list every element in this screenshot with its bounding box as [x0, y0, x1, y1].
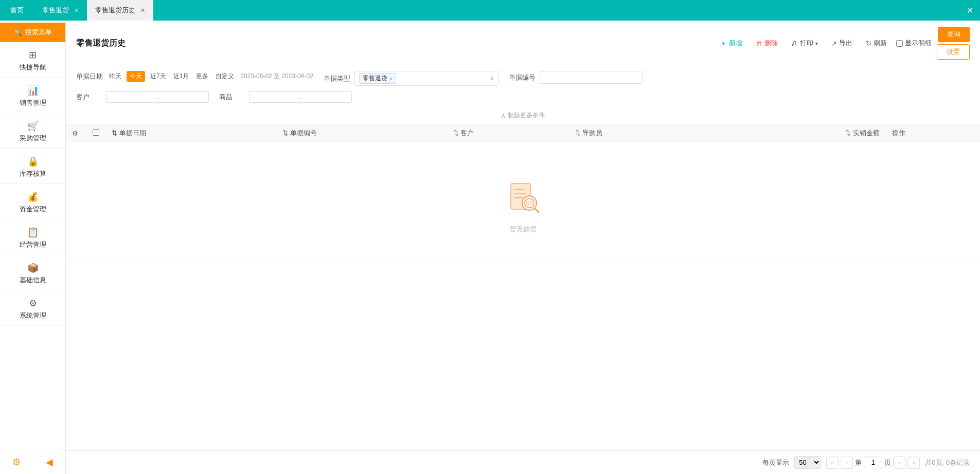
- page-total: 共0页, 0条记录: [925, 458, 970, 467]
- tab-retail-return[interactable]: 零售退货 ✕: [34, 0, 87, 21]
- th-guide-label: ⇅ 导购员: [575, 129, 603, 137]
- page-title-row: 零售退货历史 ＋ 新增 🗑 删除 🖨 打印 ▾: [76, 27, 970, 60]
- main-content: 零售退货历史 ＋ 新增 🗑 删除 🖨 打印 ▾: [66, 21, 980, 474]
- tab-home-label: 首页: [10, 6, 24, 15]
- page-number-input[interactable]: [864, 457, 882, 468]
- collapse-sidebar-icon[interactable]: ◀: [46, 457, 53, 468]
- th-settings[interactable]: ⚙: [66, 124, 86, 142]
- delete-icon: 🗑: [756, 40, 762, 47]
- toolbar: ＋ 新增 🗑 删除 🖨 打印 ▾ ↗ 导出: [716, 27, 970, 60]
- th-amount-label: ⇅ 实销金额: [845, 129, 880, 137]
- date-option-7days[interactable]: 近7天: [148, 71, 168, 82]
- th-action-label: 操作: [892, 129, 905, 137]
- tab-retail-return-history-label: 零售退货历史: [95, 6, 135, 15]
- doc-number-filter-group: 单据编号: [509, 71, 643, 84]
- sidebar-item-system-mgmt[interactable]: ⚙ 系统管理: [0, 290, 65, 326]
- goods-ellipsis: ...: [298, 93, 304, 101]
- date-option-1month[interactable]: 近1月: [171, 71, 191, 82]
- sidebar-item-quick-nav[interactable]: ⊞ 快捷导航: [0, 42, 65, 78]
- delete-button[interactable]: 🗑 删除: [752, 37, 782, 50]
- sidebar: 🔍 搜索菜单 ⊞ 快捷导航 📊 销售管理 🛒 采购管理 🔒 库存核算 💰 资金管…: [0, 21, 66, 474]
- doc-type-tag-close[interactable]: ×: [389, 76, 393, 82]
- th-action: 操作: [886, 124, 980, 142]
- date-option-today[interactable]: 今天: [127, 71, 145, 82]
- th-date: ⇅ 单据日期: [105, 124, 276, 142]
- show-detail-label: 显示明细: [905, 39, 932, 48]
- page-label: 第: [855, 458, 862, 467]
- print-label: 打印: [800, 39, 813, 48]
- sidebar-item-sales-mgmt-label: 销售管理: [20, 98, 46, 107]
- sidebar-item-system-mgmt-label: 系统管理: [20, 311, 46, 320]
- sidebar-item-basic-info[interactable]: 📦 基础信息: [0, 255, 65, 290]
- show-detail-checkbox[interactable]: 显示明细: [896, 39, 932, 48]
- date-option-custom[interactable]: 自定义: [213, 71, 236, 82]
- delete-label: 删除: [764, 39, 778, 48]
- empty-text: 暂无数据: [510, 225, 537, 234]
- doc-type-filter-group: 单据类型 零售退货 × ∨: [324, 71, 498, 86]
- tab-retail-return-label: 零售退货: [42, 6, 69, 15]
- prev-page-button[interactable]: ‹: [841, 457, 853, 469]
- collapse-row: ∧ 收起更多条件: [76, 108, 970, 124]
- print-button[interactable]: 🖨 打印 ▾: [787, 37, 822, 50]
- settings-button[interactable]: 设置: [937, 44, 970, 60]
- inventory-icon: 🔒: [27, 156, 39, 167]
- customer-filter-label: 客户: [76, 93, 102, 102]
- settings-bottom-icon[interactable]: ⚙: [12, 457, 21, 468]
- doc-type-label: 单据类型: [324, 74, 350, 83]
- sidebar-item-operation-label: 经营管理: [20, 240, 46, 249]
- sidebar-item-finance[interactable]: 💰 资金管理: [0, 184, 65, 220]
- th-checkbox[interactable]: [86, 124, 105, 142]
- new-button[interactable]: ＋ 新增: [716, 37, 746, 50]
- sidebar-item-inventory-label: 库存核算: [20, 169, 46, 178]
- collapse-button[interactable]: ∧ 收起更多条件: [501, 111, 545, 120]
- doc-number-input[interactable]: [540, 71, 643, 84]
- sidebar-search-button[interactable]: 🔍 搜索菜单: [0, 23, 65, 42]
- column-settings-icon[interactable]: ⚙: [72, 130, 78, 137]
- customer-filter-group: 客户 ...: [76, 91, 209, 103]
- page-size-select[interactable]: 10 20 50 100: [794, 456, 821, 469]
- last-page-button[interactable]: »: [907, 457, 920, 469]
- show-detail-input[interactable]: [896, 40, 903, 47]
- filter-area: 单据日期 昨天 今天 近7天 近1月 更多 自定义 2023-06-02 至 2…: [76, 66, 970, 124]
- table-header-row: ⚙ ⇅ 单据日期 ⇅ 单据编号 ⇅ 客户: [66, 124, 980, 142]
- window-close-button[interactable]: ✕: [959, 0, 980, 21]
- first-page-button[interactable]: «: [826, 457, 839, 469]
- doc-type-select[interactable]: 零售退货 × ∨: [354, 71, 498, 86]
- export-button[interactable]: ↗ 导出: [827, 37, 857, 50]
- customer-filter-input[interactable]: ...: [106, 91, 209, 103]
- export-label: 导出: [839, 39, 852, 48]
- sidebar-item-sales-mgmt[interactable]: 📊 销售管理: [0, 78, 65, 113]
- tab-retail-return-history[interactable]: 零售退货历史 ✕: [87, 0, 153, 21]
- system-mgmt-icon: ⚙: [29, 298, 37, 309]
- th-number-label: ⇅ 单据编号: [282, 129, 317, 137]
- collapse-label: 收起更多条件: [508, 111, 545, 120]
- tab-retail-return-history-close[interactable]: ✕: [140, 7, 145, 14]
- refresh-label: 刷新: [874, 39, 887, 48]
- main-layout: 🔍 搜索菜单 ⊞ 快捷导航 📊 销售管理 🛒 采购管理 🔒 库存核算 💰 资金管…: [0, 21, 980, 474]
- sidebar-item-purchase-mgmt[interactable]: 🛒 采购管理: [0, 113, 65, 149]
- sidebar-item-operation[interactable]: 📋 经营管理: [0, 220, 65, 255]
- query-button[interactable]: 查询: [938, 27, 970, 42]
- print-dropdown-icon: ▾: [815, 41, 818, 46]
- svg-rect-3: [514, 197, 523, 198]
- select-all-checkbox[interactable]: [93, 129, 99, 136]
- tab-home[interactable]: 首页: [0, 0, 34, 21]
- sidebar-item-inventory[interactable]: 🔒 库存核算: [0, 149, 65, 184]
- basic-info-icon: 📦: [27, 262, 39, 274]
- new-label: 新增: [729, 39, 742, 48]
- next-page-button[interactable]: ›: [893, 457, 905, 469]
- top-bar: 首页 零售退货 ✕ 零售退货历史 ✕ ✕: [0, 0, 980, 21]
- quick-nav-icon: ⊞: [29, 49, 37, 61]
- data-table: ⚙ ⇅ 单据日期 ⇅ 单据编号 ⇅ 客户: [66, 124, 980, 259]
- goods-filter-input[interactable]: ...: [249, 91, 352, 103]
- date-option-yesterday[interactable]: 昨天: [107, 71, 123, 82]
- th-customer: ⇅ 客户: [447, 124, 569, 142]
- svg-line-6: [534, 208, 539, 212]
- date-option-more[interactable]: 更多: [194, 71, 210, 82]
- refresh-button[interactable]: ↻ 刷新: [862, 37, 891, 50]
- collapse-icon: ∧: [501, 112, 506, 119]
- tab-retail-return-close[interactable]: ✕: [74, 7, 79, 14]
- table-area: ⚙ ⇅ 单据日期 ⇅ 单据编号 ⇅ 客户: [66, 124, 980, 450]
- customer-ellipsis: ...: [155, 93, 161, 101]
- sidebar-search-label: 搜索菜单: [25, 28, 52, 37]
